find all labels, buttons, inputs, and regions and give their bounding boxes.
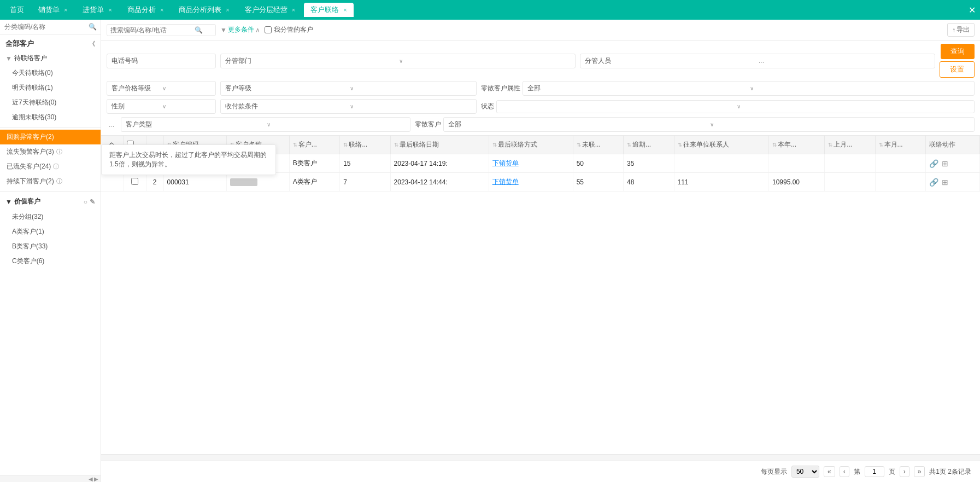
payment-caret: ∨	[350, 103, 472, 109]
filter-gender[interactable]: 性别 ∨	[107, 99, 216, 114]
close-customer-segment-icon[interactable]: ×	[292, 7, 295, 13]
sidebar-item-ungrouped[interactable]: 未分组(32)	[0, 210, 101, 224]
close-product-analysis-icon[interactable]: ×	[160, 7, 163, 13]
sidebar-item-churned[interactable]: 已流失客户(24) ⓘ	[0, 159, 101, 174]
sidebar-item-class-b[interactable]: B类客户(33)	[0, 239, 101, 254]
nav-item-product-analysis[interactable]: 商品分析 ×	[121, 3, 170, 17]
sidebar-item-declining[interactable]: 持续下滑客户(2) ⓘ	[0, 174, 101, 189]
settings-button[interactable]: 设置	[940, 61, 975, 78]
nav-item-sales[interactable]: 销货单 ×	[32, 3, 74, 17]
circle-icon[interactable]: ○	[84, 198, 87, 206]
last-page-button[interactable]: »	[914, 466, 925, 477]
method-link-1[interactable]: 下销货单	[492, 159, 519, 167]
scroll-left-icon[interactable]: ◀	[89, 476, 93, 482]
close-product-list-icon[interactable]: ×	[226, 7, 229, 13]
gender-caret: ∨	[162, 103, 211, 109]
info-icon-churn-warning: ⓘ	[56, 148, 62, 156]
filter-payment[interactable]: 收付款条件 ∨	[220, 99, 477, 114]
th-history-contact[interactable]: 往来单位联系人	[674, 136, 768, 154]
sidebar-item-abnormal[interactable]: 回购异常客户(2) ⓘ	[0, 130, 101, 144]
close-all-button[interactable]: ✕	[969, 5, 976, 15]
sidebar-value-group[interactable]: ▼ 价值客户 ○ ✎	[0, 194, 101, 210]
nav-home[interactable]: 首页	[4, 3, 30, 17]
filter-actions: 查询 设置	[940, 44, 975, 78]
th-this-year[interactable]: 本年...	[768, 136, 824, 154]
sidebar-item-churn-warning[interactable]: 流失预警客户(3) ⓘ	[0, 144, 101, 159]
first-page-button[interactable]: «	[824, 466, 835, 477]
nav-item-customer-contact[interactable]: 客户联络 ×	[304, 3, 353, 17]
th-last-month[interactable]: 上月...	[825, 136, 875, 154]
my-customer-checkbox[interactable]	[265, 26, 272, 33]
sidebar-item-today[interactable]: 今天待联络(0)	[0, 66, 101, 80]
nav-item-purchase[interactable]: 进货单 ×	[76, 3, 118, 17]
info-icon-churned: ⓘ	[53, 162, 59, 171]
my-customer-toggle[interactable]: 我分管的客户	[265, 25, 313, 34]
nav-item-customer-segment[interactable]: 客户分层经营 ×	[238, 3, 302, 17]
sidebar-item-class-c[interactable]: C类客户(6)	[0, 254, 101, 269]
filter-customer-level[interactable]: 客户等级 ∨	[220, 81, 477, 96]
filter-dept[interactable]: 分管部门 ∨	[220, 54, 576, 68]
td-overdue-1: 35	[624, 154, 674, 173]
query-button[interactable]: 查询	[941, 44, 975, 59]
close-customer-contact-icon[interactable]: ×	[343, 7, 347, 13]
page-label: 第	[854, 467, 860, 477]
data-table-container: ⚙ 客户编码 客户名称 客户... 联络... 最后联络日期 最后联络方式 未联…	[101, 136, 980, 454]
filter-manager[interactable]: 分管人员 ...	[580, 54, 935, 68]
page-suffix: 页	[889, 467, 895, 477]
per-page-select[interactable]: 50 20 100	[791, 466, 819, 478]
action-link-icon-2[interactable]: 🔗	[929, 178, 938, 187]
sidebar-item-class-a[interactable]: A类客户(1)	[0, 224, 101, 239]
more-conditions-button[interactable]: ▼ 更多条件 ∧	[220, 25, 260, 34]
filter-customer-price[interactable]: 客户价格等级 ∨	[107, 81, 216, 96]
top-nav: 首页 销货单 × 进货单 × 商品分析 × 商品分析列表 × 客户分层经营 × …	[0, 0, 980, 20]
th-contact[interactable]: 联络...	[340, 136, 390, 154]
td-actions-2: 🔗 ⊞	[926, 173, 980, 191]
method-link-2[interactable]: 下销货单	[492, 178, 519, 185]
th-this-month[interactable]: 本月...	[875, 136, 925, 154]
action-grid-icon-1[interactable]: ⊞	[942, 159, 948, 168]
page-input[interactable]	[865, 466, 884, 477]
close-sales-icon[interactable]: ×	[64, 7, 67, 13]
horizontal-scrollbar[interactable]	[101, 454, 980, 461]
sidebar-waiting-group[interactable]: ▼ 待联络客户	[0, 51, 101, 66]
filter-row-1: 电话号码 分管部门 ∨ 分管人员 ... 查询 设置	[107, 44, 975, 78]
td-method-1[interactable]: 下销货单	[489, 154, 573, 173]
filter-retail-customer[interactable]: 全部 ∨	[443, 117, 975, 132]
next-page-button[interactable]: ›	[900, 466, 909, 477]
filter-customer-type[interactable]: 客户类型 ∨	[121, 117, 410, 132]
filter-bar: 🔍 ▼ 更多条件 ∧ 我分管的客户 ↑ 导出	[101, 20, 980, 40]
filter-search-input[interactable]	[110, 26, 192, 34]
prev-page-button[interactable]: ‹	[840, 466, 849, 477]
nav-item-product-analysis-list[interactable]: 商品分析列表 ×	[172, 3, 236, 17]
th-customer-type[interactable]: 客户...	[289, 136, 339, 154]
filter-ellipsis[interactable]: ...	[109, 121, 114, 129]
th-last-contact-method[interactable]: 最后联络方式	[489, 136, 573, 154]
sidebar-search-icon[interactable]: 🔍	[89, 23, 97, 31]
row-checkbox-2[interactable]	[131, 178, 138, 185]
td-date-2: 2023-04-12 14:44:	[390, 173, 489, 191]
export-button[interactable]: ↑ 导出	[947, 23, 975, 37]
collapse-icon[interactable]: 《	[89, 40, 95, 48]
sidebar-search-input[interactable]	[4, 23, 86, 31]
action-link-icon-1[interactable]: 🔗	[929, 159, 938, 168]
sidebar-item-overdue[interactable]: 逾期未联络(30)	[0, 110, 101, 125]
sidebar-item-7days[interactable]: 近7天待联络(0)	[0, 95, 101, 110]
th-uncontacted[interactable]: 未联...	[573, 136, 623, 154]
scroll-right-icon[interactable]: ▶	[94, 476, 98, 482]
filter-search-icon[interactable]: 🔍	[195, 26, 203, 34]
sidebar-item-tomorrow[interactable]: 明天待联络(1)	[0, 80, 101, 95]
th-last-contact-date[interactable]: 最后联络日期	[390, 136, 489, 154]
filter-status[interactable]: ∨	[496, 100, 975, 113]
filter-phone[interactable]: 电话号码	[107, 54, 216, 68]
edit-icon[interactable]: ✎	[90, 198, 95, 206]
td-method-2[interactable]: 下销货单	[489, 173, 573, 191]
th-overdue[interactable]: 逾期...	[624, 136, 674, 154]
td-overdue-2: 48	[624, 173, 674, 191]
close-purchase-icon[interactable]: ×	[108, 7, 112, 13]
action-grid-icon-2[interactable]: ⊞	[942, 178, 948, 187]
customer-level-caret: ∨	[350, 85, 472, 91]
filter-retail-attr[interactable]: 全部 ∨	[523, 81, 975, 96]
retail-attr-caret: ∨	[750, 85, 970, 91]
td-checkbox-2[interactable]	[123, 173, 146, 191]
action-icons-2: 🔗 ⊞	[929, 178, 976, 187]
